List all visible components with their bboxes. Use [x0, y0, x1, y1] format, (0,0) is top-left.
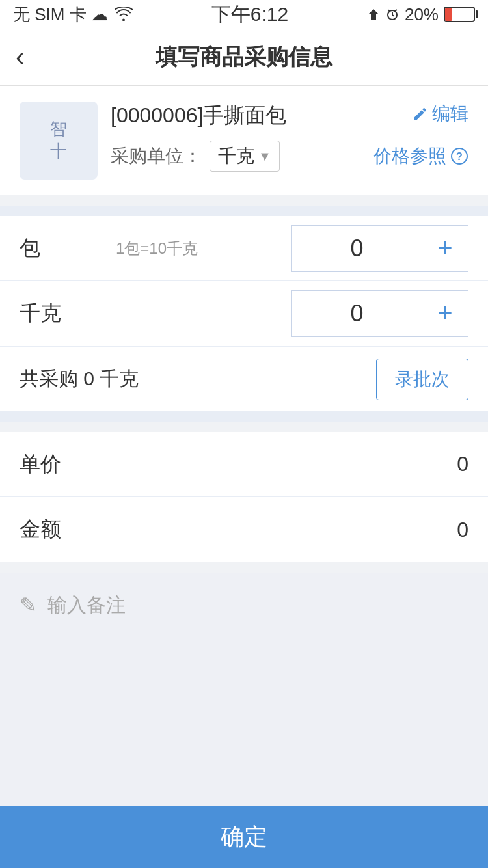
edit-icon: [413, 106, 428, 122]
product-thumbnail: 智 十: [20, 102, 98, 180]
purchase-unit-left: 采购单位： 千克 ▼: [111, 141, 280, 172]
bag-plus-button[interactable]: +: [422, 225, 468, 272]
product-card: 智 十 [0000006]手撕面包 编辑 采购单位： 千克 ▼ 价格参照: [0, 86, 488, 195]
amount-value: 0: [457, 518, 468, 542]
svg-line-4: [395, 10, 397, 11]
status-bar-left: 无 SIM 卡 ☁: [13, 3, 133, 26]
bag-qty-input[interactable]: [291, 225, 422, 272]
battery-icon: [444, 7, 475, 22]
unit-price-value: 0: [457, 452, 468, 476]
purchase-unit-row: 采购单位： 千克 ▼ 价格参照 ?: [111, 141, 468, 172]
wifi-icon: [115, 7, 133, 21]
section-separator-1: [0, 206, 488, 216]
remark-placeholder: 输入备注: [47, 592, 126, 619]
battery-percent: 20%: [405, 5, 439, 25]
summary-text: 共采购 0 千克: [20, 366, 376, 392]
confirm-button-label: 确定: [221, 821, 267, 853]
page-title: 填写商品采购信息: [156, 42, 332, 72]
svg-text:?: ?: [456, 151, 463, 162]
amount-label: 金额: [20, 515, 457, 544]
section-separator-2: [0, 411, 488, 422]
status-bar-right: 20%: [367, 5, 475, 25]
kg-input-row: 千克 +: [0, 281, 488, 346]
kg-plus-button[interactable]: +: [422, 290, 468, 337]
unit-price-row: 单价 0: [0, 432, 488, 497]
price-section: 单价 0 金额 0: [0, 432, 488, 562]
kg-label: 千克: [20, 299, 111, 328]
unit-price-label: 单价: [20, 450, 457, 479]
alarm-icon: [385, 7, 400, 21]
remark-section[interactable]: ✎ 输入备注: [0, 573, 488, 638]
amount-row: 金额 0: [0, 497, 488, 562]
unit-dropdown[interactable]: 千克 ▼: [210, 141, 280, 172]
product-info: [0000006]手撕面包 编辑 采购单位： 千克 ▼ 价格参照 ?: [111, 102, 468, 172]
purchase-unit-label: 采购单位：: [111, 144, 202, 169]
bag-input-row: 包 1包=10千克 +: [0, 216, 488, 281]
svg-line-3: [388, 10, 390, 11]
input-section: 包 1包=10千克 + 千克 +: [0, 216, 488, 346]
record-batch-button[interactable]: 录批次: [376, 359, 468, 400]
sim-status: 无 SIM 卡 ☁: [13, 3, 108, 26]
edit-button[interactable]: 编辑: [413, 102, 468, 126]
kg-qty-wrapper: +: [291, 290, 468, 337]
location-icon: [367, 8, 380, 21]
battery-fill: [445, 8, 452, 21]
help-icon: ?: [450, 147, 468, 165]
bag-sublabel: 1包=10千克: [116, 238, 198, 259]
bag-qty-wrapper: +: [291, 225, 468, 272]
price-ref-button[interactable]: 价格参照 ?: [373, 144, 468, 169]
status-bar-time: 下午6:12: [211, 1, 288, 28]
status-bar: 无 SIM 卡 ☁ 下午6:12 20%: [0, 0, 488, 29]
back-button[interactable]: ‹: [16, 42, 24, 72]
confirm-button[interactable]: 确定: [0, 806, 488, 868]
nav-bar: ‹ 填写商品采购信息: [0, 29, 488, 86]
product-name-row: [0000006]手撕面包 编辑: [111, 102, 468, 130]
svg-line-2: [392, 15, 394, 16]
summary-row: 共采购 0 千克 录批次: [0, 346, 488, 411]
kg-qty-input[interactable]: [291, 290, 422, 337]
pencil-icon: ✎: [20, 593, 37, 617]
bag-label: 包: [20, 234, 111, 263]
product-name: [0000006]手撕面包: [111, 102, 286, 130]
